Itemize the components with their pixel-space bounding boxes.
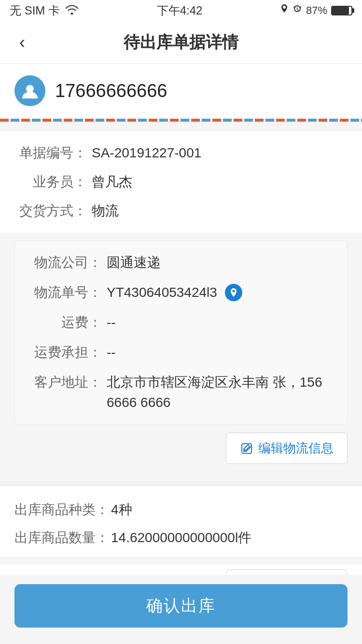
freight-value: --	[107, 312, 333, 333]
document-number-value: SA-20191227-001	[92, 143, 348, 163]
order-info-section: 单据编号： SA-20191227-001 业务员： 曾凡杰 交货方式： 物流	[0, 131, 362, 233]
tracking-number-label: 物流单号：	[29, 282, 107, 303]
delivery-method-label: 交货方式：	[14, 201, 92, 221]
edit-logistics-row: 编辑物流信息	[0, 433, 362, 474]
product-quantity-row: 出库商品数量： 14.62000000000000l件	[14, 529, 348, 547]
document-number-label: 单据编号：	[14, 143, 92, 163]
product-type-label: 出库商品种类：	[14, 501, 111, 519]
alarm-icon	[292, 4, 302, 17]
sales-person-label: 业务员：	[14, 172, 92, 192]
page-title: 待出库单据详情	[124, 31, 238, 54]
svg-rect-1	[242, 444, 251, 453]
status-bar: 无 SIM 卡 下午4:42 87%	[0, 0, 362, 21]
nav-bar: ‹ 待出库单据详情	[0, 21, 362, 64]
back-button[interactable]: ‹	[14, 28, 30, 57]
section-separator	[0, 481, 362, 486]
avatar	[14, 75, 45, 106]
sales-person-value: 曾凡杰	[92, 172, 348, 192]
carrier-text: 无 SIM 卡	[10, 3, 60, 18]
time-text: 下午4:42	[157, 3, 203, 18]
freight-label: 运费：	[29, 312, 107, 333]
status-left: 无 SIM 卡	[10, 3, 79, 18]
delivery-method-row: 交货方式： 物流	[14, 201, 348, 221]
product-type-value: 4种	[111, 501, 132, 519]
logistics-company-row: 物流公司： 圆通速递	[29, 252, 333, 273]
edit-logistics-label: 编辑物流信息	[258, 440, 334, 457]
sales-person-row: 业务员： 曾凡杰	[14, 172, 348, 192]
tracking-number-value: YT43064053424l3	[107, 282, 217, 303]
logistics-card: 物流公司： 圆通速递 物流单号： YT43064053424l3 运费： -- …	[14, 240, 348, 425]
freight-row: 运费： --	[29, 312, 333, 333]
freight-bearer-row: 运费承担： --	[29, 342, 333, 363]
logistics-company-value: 圆通速递	[107, 252, 333, 273]
edit-logistics-button[interactable]: 编辑物流信息	[226, 433, 348, 464]
bottom-btn-area: 确认出库	[0, 574, 362, 644]
svg-point-0	[26, 85, 34, 93]
location-service-icon	[280, 4, 289, 17]
document-number-row: 单据编号： SA-20191227-001	[14, 143, 348, 163]
battery-icon	[331, 6, 352, 15]
product-quantity-value: 14.62000000000000l件	[111, 529, 251, 547]
address-value: 北京市市辖区海淀区永丰南 张，156 6666 6666	[107, 372, 333, 413]
status-right: 87%	[280, 4, 352, 17]
freight-bearer-label: 运费承担：	[29, 342, 107, 363]
address-row: 客户地址： 北京市市辖区海淀区永丰南 张，156 6666 6666	[29, 372, 333, 413]
delivery-method-value: 物流	[92, 201, 348, 221]
confirm-outbound-button[interactable]: 确认出库	[14, 584, 348, 628]
product-section: 出库商品种类： 4种 出库商品数量： 14.62000000000000l件	[0, 486, 362, 557]
tracking-value-row: YT43064053424l3	[107, 282, 242, 303]
wifi-icon	[65, 4, 79, 17]
logistics-company-label: 物流公司：	[29, 252, 107, 273]
tracking-number-row: 物流单号： YT43064053424l3	[29, 282, 333, 303]
product-quantity-label: 出库商品数量：	[14, 529, 111, 547]
product-type-row: 出库商品种类： 4种	[14, 501, 348, 519]
battery-percent: 87%	[306, 4, 327, 17]
freight-bearer-value: --	[107, 342, 333, 363]
address-label: 客户地址：	[29, 372, 107, 392]
customer-header: 17666666666	[0, 64, 362, 118]
customer-phone: 17666666666	[55, 81, 167, 101]
track-location-button[interactable]	[225, 284, 242, 301]
dashed-divider	[0, 119, 362, 122]
